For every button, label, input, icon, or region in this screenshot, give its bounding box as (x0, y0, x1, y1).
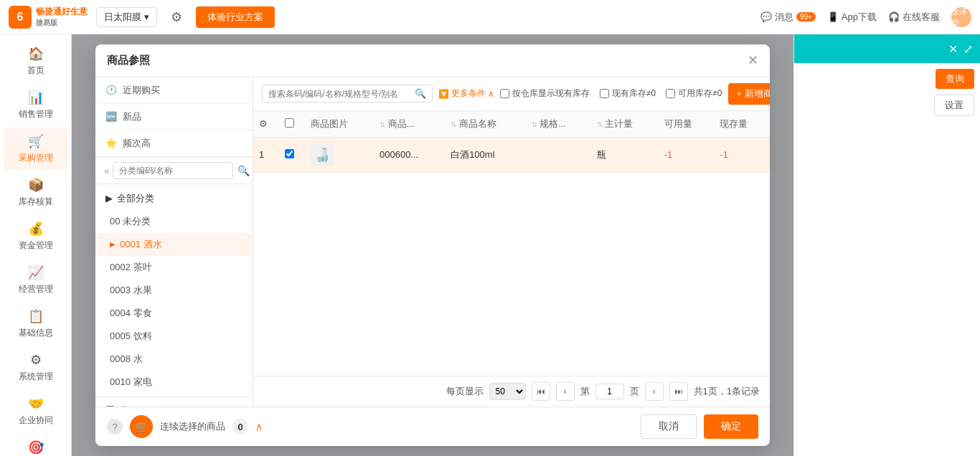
category-list: ▶ 全部分类 00 未分类 ▶ 0001 酒水 0002 茶 (95, 184, 253, 396)
sales-icon: 📊 (28, 90, 44, 105)
row-checkbox[interactable] (285, 149, 294, 158)
app-download-nav-item[interactable]: 📱 App下载 (827, 11, 877, 24)
usable-nonzero-checkbox[interactable] (666, 89, 675, 98)
sidebar-item-inventory[interactable]: 📦 库存核算 (4, 171, 68, 214)
modal-left-panel: 🕐 近期购买 🆕 新品 ⭐ 频次高 (95, 77, 253, 407)
footer-right: 取消 确定 (641, 414, 758, 439)
left-panel-collapse-button[interactable]: « (101, 165, 113, 176)
messages-nav-item[interactable]: 💬 消息 99+ (760, 11, 816, 24)
sidebar-item-home[interactable]: 🏠 首页 (4, 40, 68, 82)
category-0010[interactable]: 0010 家电 (95, 371, 253, 394)
category-0004[interactable]: 0004 零食 (95, 302, 253, 325)
th-product-name[interactable]: ⇅ 商品名称 (445, 111, 525, 138)
modal-body: 🕐 近期购买 🆕 新品 ⭐ 频次高 (95, 77, 770, 407)
category-0001[interactable]: ▶ 0001 酒水 (95, 233, 253, 256)
cart-icon[interactable]: 🛒 (130, 415, 153, 438)
basic-info-icon: 📋 (28, 308, 44, 324)
sidebar-item-operations[interactable]: 📈 经营管理 (4, 259, 68, 301)
sidebar-item-guide[interactable]: 🎯 新手引导 (4, 434, 68, 456)
cancel-button[interactable]: 取消 (641, 414, 697, 439)
category-0003[interactable]: 0003 水果 (95, 279, 253, 302)
th-product-image: 商品图片 (305, 111, 374, 138)
warehouse-display-label[interactable]: 按仓库显示现有库存 (500, 87, 590, 100)
sort-icon-name: ⇅ (451, 120, 456, 128)
tab-new-products[interactable]: 🆕 新品 (95, 104, 253, 130)
sidebar-item-finance[interactable]: 💰 资金管理 (4, 215, 68, 257)
tab-recent-buy[interactable]: 🕐 近期购买 (95, 77, 253, 104)
modal-footer: ? 🛒 连续选择的商品 0 ∧ 取消 确定 (95, 407, 770, 446)
product-search-input[interactable] (268, 89, 412, 99)
category-search-button[interactable]: 🔍 (237, 165, 250, 176)
page-size-select[interactable]: 50 10 20 100 (489, 383, 526, 400)
category-0001-arrow: ▶ (110, 240, 116, 248)
cart-collapse-icon[interactable]: ∧ (255, 421, 263, 432)
expand-icon[interactable]: ⤢ (963, 42, 973, 56)
product-modal: 商品参照 ✕ 🕐 近期购买 🆕 (95, 44, 770, 446)
user-profile[interactable]: 徐泽华 (951, 7, 971, 27)
product-search-icon[interactable]: 🔍 (415, 88, 426, 99)
sidebar-item-basic-info[interactable]: 📋 基础信息 (4, 303, 68, 345)
sidebar-item-enterprise[interactable]: 🤝 企业协同 (4, 390, 68, 432)
td-stock: -1 (714, 137, 770, 172)
home-icon: 🏠 (28, 46, 44, 62)
mobile-icon: 📱 (827, 11, 839, 22)
modal-header: 商品参照 ✕ (95, 44, 770, 77)
available-nonzero-checkbox[interactable] (600, 89, 609, 98)
customer-service-nav-item[interactable]: 🎧 在线客服 (888, 11, 940, 24)
more-filter-button[interactable]: 🔽 更多条件 ∧ (438, 85, 494, 103)
page-number-input[interactable] (595, 384, 624, 399)
select-all-checkbox[interactable] (285, 118, 294, 128)
next-page-button[interactable]: › (645, 382, 664, 401)
product-table-container: ⚙ 商品图片 ⇅ 商品... (253, 111, 770, 376)
warehouse-display-checkbox[interactable] (500, 89, 509, 98)
category-all[interactable]: ▶ 全部分类 (95, 187, 253, 210)
th-unit[interactable]: ⇅ 主计量 (591, 111, 659, 138)
sidebar-item-sales[interactable]: 📊 销售管理 (4, 84, 68, 126)
product-table: ⚙ 商品图片 ⇅ 商品... (253, 111, 770, 173)
modal-close-button[interactable]: ✕ (748, 52, 758, 68)
sidebar: 🏠 首页 📊 销售管理 🛒 采购管理 📦 库存核算 💰 资金管理 📈 经营管理 … (0, 34, 72, 456)
inventory-icon: 📦 (28, 177, 44, 193)
category-0008[interactable]: 0008 水 (95, 348, 253, 371)
td-checkbox[interactable] (279, 137, 305, 172)
trial-button[interactable]: 体验行业方案 (196, 6, 275, 28)
product-thumbnail: 🍶 (311, 143, 334, 166)
sidebar-item-system[interactable]: ⚙ 系统管理 (4, 346, 68, 389)
prev-page-button[interactable]: ‹ (556, 382, 575, 401)
finance-icon: 💰 (28, 221, 44, 237)
settings-gear-icon[interactable]: ⚙ (166, 6, 187, 28)
available-nonzero-label[interactable]: 现有库存≠0 (600, 87, 656, 100)
first-page-button[interactable]: ⏮ (532, 382, 550, 401)
logo-text: 畅捷通好生意 捷易版 (36, 6, 88, 28)
confirm-button[interactable]: 确定 (704, 414, 758, 439)
headset-icon: 🎧 (888, 11, 900, 22)
category-00[interactable]: 00 未分类 (95, 210, 253, 233)
store-selector[interactable]: 日太阳膜 ▾ (96, 7, 157, 27)
modal-left-footer: 显示停用 (95, 396, 253, 407)
category-0005[interactable]: 0005 饮料 (95, 325, 253, 348)
table-row[interactable]: 1 🍶 000600... 白酒100ml (253, 137, 770, 172)
th-spec[interactable]: ⇅ 规格... (526, 111, 591, 138)
category-arrow-all: ▶ (105, 193, 113, 204)
usable-nonzero-label[interactable]: 可用库存≠0 (666, 87, 722, 100)
message-icon: 💬 (760, 11, 772, 22)
th-product-code[interactable]: ⇅ 商品... (374, 111, 445, 138)
help-icon[interactable]: ? (107, 419, 123, 434)
sidebar-item-purchase[interactable]: 🛒 采购管理 (4, 128, 68, 170)
td-product-code: 000600... (374, 137, 445, 172)
category-0002[interactable]: 0002 茶叶 (95, 256, 253, 279)
last-page-button[interactable]: ⏭ (669, 382, 688, 401)
tab-high-frequency[interactable]: ⭐ 频次高 (95, 130, 253, 157)
message-badge: 99+ (796, 12, 816, 22)
add-product-button[interactable]: + 新增商品 (728, 83, 770, 105)
th-checkbox[interactable] (279, 111, 305, 138)
th-settings[interactable]: ⚙ (253, 111, 279, 138)
category-search-input[interactable] (113, 162, 233, 179)
minimize-icon[interactable]: ✕ (948, 42, 958, 56)
logo-icon: 6 (9, 6, 32, 29)
sort-icon-unit: ⇅ (597, 120, 603, 128)
td-product-name: 白酒100ml (445, 137, 525, 172)
settings-button[interactable]: 设置 (934, 95, 974, 116)
query-button[interactable]: 查询 (936, 69, 974, 89)
footer-left: ? 🛒 连续选择的商品 0 ∧ (107, 415, 263, 438)
